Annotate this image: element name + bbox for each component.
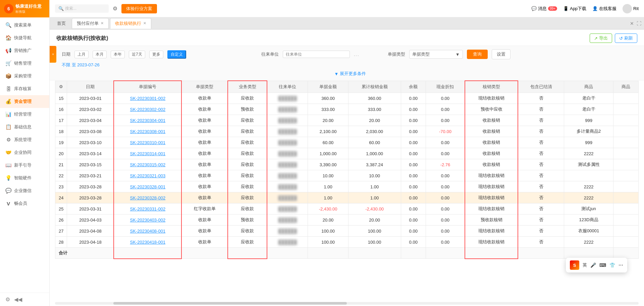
col-product[interactable]: 商品 [564, 81, 613, 93]
date-last-7days-btn[interactable]: 近7天 [129, 51, 145, 58]
cell-amount: 20.00 [308, 115, 348, 126]
sidebar-item-sales[interactable]: 🛒 销售管理 [0, 57, 49, 70]
sougou-mic-icon[interactable]: 🎤 [590, 262, 596, 268]
cell-bill-no[interactable]: SK-20230314-001 [114, 148, 181, 159]
horizontal-scrollbar[interactable] [55, 302, 639, 305]
cell-no: 22 [55, 170, 67, 181]
total-amount [308, 248, 348, 259]
date-more-btn[interactable]: 更多 [149, 51, 163, 58]
tab-maximize-icon[interactable]: ⛶ [637, 21, 641, 26]
sougou-more-icon[interactable]: ⋯ [619, 262, 623, 268]
cell-amount: -2,430.00 [308, 203, 348, 215]
sidebar-item-guide[interactable]: 📖 新手引导 [0, 159, 49, 172]
col-biz-type[interactable]: 业务类型 [228, 81, 267, 93]
cell-bill-no[interactable]: SK-20230328-001 [114, 181, 181, 192]
sidebar-item-corp[interactable]: 🤝 企业协同 [0, 146, 49, 159]
tab-home[interactable]: 首页 [52, 18, 70, 28]
sidebar-item-marketing[interactable]: 📢 营销推广 [0, 44, 49, 57]
cell-bill-no[interactable]: SK-20230328-002 [114, 192, 181, 203]
tab-collection-close[interactable]: ✕ [143, 21, 146, 25]
voucher-type-select[interactable]: 单据类型 ▼ [409, 50, 463, 59]
cell-bill-no[interactable]: SK-20230304-001 [114, 115, 181, 126]
topbar-gear-icon[interactable]: ⚙ [113, 5, 117, 12]
cell-bill-no[interactable]: SK-20230403-002 [114, 215, 181, 226]
date-this-month-btn[interactable]: 本月 [93, 51, 107, 58]
cell-date: 2023-03-28 [67, 181, 114, 192]
cell-bill-no[interactable]: SK-20230331-002 [114, 203, 181, 215]
sidebar-item-basic[interactable]: 📋 基础信息 [0, 121, 49, 133]
cell-total-verify: 360.00 [348, 93, 401, 104]
topbar-search-box: 🔍 搜索... [55, 4, 109, 13]
refresh-button[interactable]: ↺ 刷新 [615, 34, 637, 43]
expand-conditions-btn[interactable]: ▼ 展开更多条件 [334, 71, 366, 77]
query-button[interactable]: 查询 [467, 50, 488, 59]
cell-verify-type: 现结收款核销 [465, 170, 518, 181]
online-service-button[interactable]: 👤 在线客服 [592, 6, 616, 12]
sidebar-item-hardware[interactable]: 💡 智能硬件 [0, 172, 49, 184]
tab-payable[interactable]: 预付应付单 ✕ [72, 18, 109, 29]
hardware-icon: 💡 [5, 175, 11, 181]
date-last-month-btn[interactable]: 上月 [74, 51, 89, 58]
sidebar-item-wechat[interactable]: 💬 企业微信 [0, 184, 49, 197]
tab-payable-label: 预付应付单 [77, 20, 99, 26]
settings-button[interactable]: 设置 [492, 49, 511, 59]
cell-product: 2222 [564, 148, 613, 159]
date-custom-btn[interactable]: 自定义 [167, 50, 186, 59]
tab-close-icon[interactable]: ✕ [630, 21, 634, 26]
cell-bill-no[interactable]: SK-20230315-002 [114, 159, 181, 170]
col-amount[interactable]: 单据金额 [308, 81, 348, 93]
col-bill-no[interactable]: 单据编号 [114, 81, 181, 93]
sougou-keyboard-icon[interactable]: ⌨ [599, 262, 606, 268]
col-bill-type[interactable]: 单据类型 [181, 81, 228, 93]
cell-included: 否 [518, 170, 564, 181]
sidebar-item-member[interactable]: V 畅会员 [0, 197, 49, 210]
sidebar-item-purchase[interactable]: 📦 采购管理 [0, 70, 49, 82]
sidebar-item-system[interactable]: ⚙ 系统管理 [0, 133, 49, 146]
col-balance[interactable]: 余额 [401, 81, 426, 93]
col-partner[interactable]: 往来单位 [267, 81, 308, 93]
user-profile[interactable]: Rit [623, 4, 639, 13]
col-total-verify[interactable]: 累计核销金额 [348, 81, 401, 93]
collapse-icon[interactable]: ◀◀ [14, 296, 22, 303]
cell-bill-no[interactable]: SK-20230321-003 [114, 170, 181, 181]
cell-bill-no[interactable]: SK-20230310-001 [114, 137, 181, 148]
cell-date: 2023-03-15 [67, 159, 114, 170]
tab-payable-close[interactable]: ✕ [101, 21, 104, 25]
cell-bill-no[interactable]: SK-20230408-001 [114, 226, 181, 237]
message-button[interactable]: 💬 消息 99+ [531, 6, 557, 12]
export-label: 导出 [599, 35, 608, 41]
date-this-year-btn[interactable]: 本年 [111, 51, 125, 58]
sidebar-item-finance[interactable]: 💰 资金管理 [0, 95, 49, 108]
app-download-button[interactable]: 📱 App下载 [563, 6, 586, 12]
partner-input[interactable] [283, 51, 350, 58]
col-date[interactable]: 日期 [67, 81, 114, 93]
cell-bill-no[interactable]: SK-20230302-002 [114, 104, 181, 115]
scrollbar-thumb[interactable] [113, 302, 347, 305]
cell-amount: 1,000.00 [308, 148, 348, 159]
cell-total-verify: 20.00 [348, 115, 401, 126]
col-included[interactable]: 包含已结清 [518, 81, 564, 93]
cell-bill-type: 收款单 [181, 93, 228, 104]
sidebar-item-quicknav[interactable]: 🏠 快捷导航 [0, 32, 49, 44]
cell-bill-no[interactable]: SK-20230301-002 [114, 93, 181, 104]
col-verify-type[interactable]: 核销类型 [465, 81, 518, 93]
sidebar-item-operation[interactable]: 📊 经营管理 [0, 108, 49, 121]
cell-included: 否 [518, 148, 564, 159]
col-settings[interactable]: ⚙ [55, 81, 67, 93]
settings-gear-icon[interactable]: ⚙ [5, 296, 10, 303]
sougou-shirt-icon[interactable]: 👕 [609, 262, 615, 268]
sidebar-item-search[interactable]: 🔍 搜索菜单 [0, 19, 49, 32]
filter-collapse-btn[interactable]: » [50, 46, 56, 63]
cell-bill-no[interactable]: SK-20230418-001 [114, 237, 181, 248]
cell-bill-no[interactable]: SK-20230308-001 [114, 126, 181, 137]
col-discount[interactable]: 现金折扣 [426, 81, 465, 93]
solution-button[interactable]: 体验行业方案 [121, 4, 157, 13]
logo-text-block: 畅康道好生意 标推版 [15, 3, 42, 14]
col-product2[interactable]: 商品 [613, 81, 639, 93]
total-biz-type [228, 248, 267, 259]
tab-collection[interactable]: 收款核销执行 ✕ [110, 18, 151, 29]
export-button[interactable]: ↗ 导出 [590, 34, 612, 43]
tabbar-window-controls: ✕ ⛶ [630, 21, 641, 26]
sidebar-item-inventory[interactable]: 🗄 库存核算 [0, 82, 49, 95]
search-icon: 🔍 [5, 22, 11, 28]
